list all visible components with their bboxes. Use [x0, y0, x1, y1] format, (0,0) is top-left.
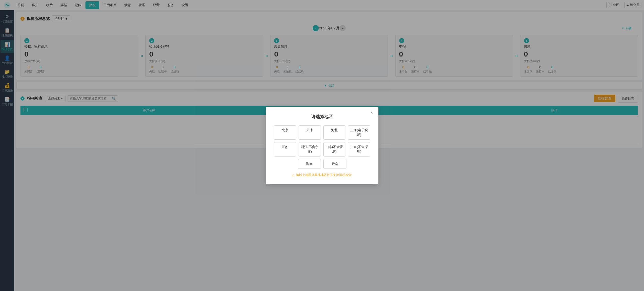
region-btn-hebei[interactable]: 河北: [323, 125, 346, 140]
region-btn-hainan[interactable]: 海南: [298, 159, 321, 169]
region-btn-shandong[interactable]: 山东(不含青岛): [323, 142, 346, 156]
modal-overlay: × 请选择地区 北京 天津 河北 上海(电子税局) 江苏 浙江(不含宁波) 山东…: [0, 0, 644, 291]
region-btn-yunnan[interactable]: 云南: [323, 159, 346, 169]
region-btn-zhejiang[interactable]: 浙江(不含宁波): [299, 142, 321, 156]
region-btn-beijing[interactable]: 北京: [274, 125, 296, 140]
dialog-warning: ⚠ 除以上地区外其他地区暂不支持报税检查!: [274, 173, 370, 177]
warning-icon: ⚠: [292, 173, 294, 177]
region-btn-guangdong[interactable]: 广东(不含深圳): [348, 142, 370, 156]
region-btn-tianjin[interactable]: 天津: [299, 125, 321, 140]
region-btn-jiangsu[interactable]: 江苏: [274, 142, 296, 156]
region-grid-row1: 北京 天津 河北 上海(电子税局): [274, 125, 370, 140]
dialog-close-button[interactable]: ×: [369, 110, 375, 116]
region-grid-row2: 江苏 浙江(不含宁波) 山东(不含青岛) 广东(不含深圳): [274, 142, 370, 156]
region-grid-row3: 海南 云南: [274, 159, 370, 169]
region-btn-shanghai[interactable]: 上海(电子税局): [348, 125, 370, 140]
warning-text: 除以上地区外其他地区暂不支持报税检查!: [296, 173, 352, 177]
dialog-title: 请选择地区: [274, 114, 370, 120]
region-select-dialog: × 请选择地区 北京 天津 河北 上海(电子税局) 江苏 浙江(不含宁波) 山东…: [266, 107, 378, 184]
